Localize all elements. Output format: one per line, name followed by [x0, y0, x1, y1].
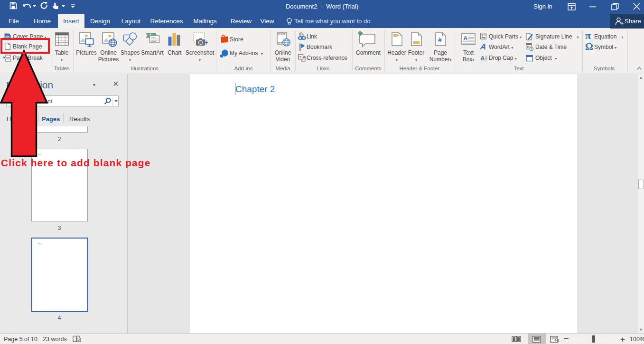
- svg-text:#: #: [438, 36, 442, 44]
- svg-text:A: A: [463, 35, 468, 42]
- svg-text:A: A: [480, 55, 485, 62]
